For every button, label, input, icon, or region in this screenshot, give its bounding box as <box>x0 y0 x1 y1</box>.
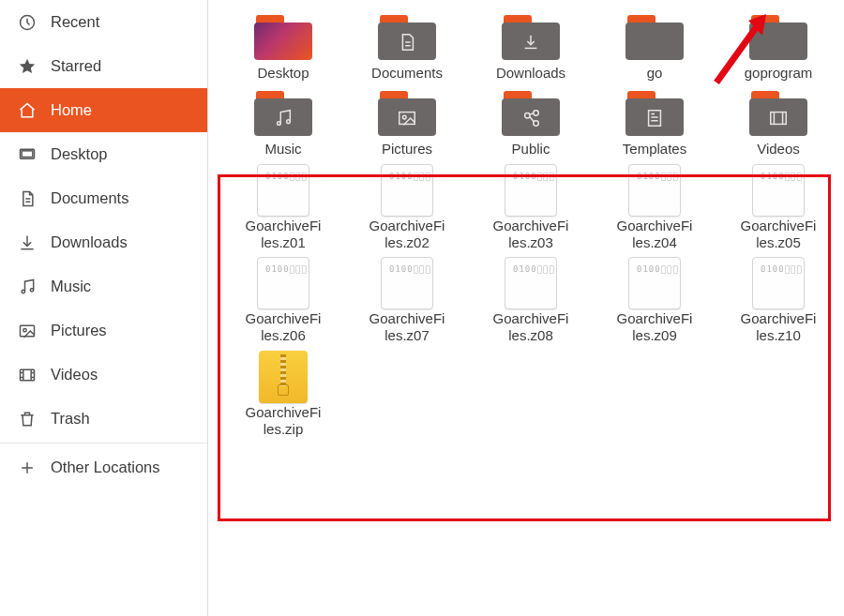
plus-icon <box>17 458 38 478</box>
folder-icon <box>622 87 687 140</box>
item-label: GoarchiveFiles.z04 <box>617 218 693 252</box>
home-icon <box>17 100 38 121</box>
svg-point-13 <box>534 111 539 116</box>
svg-rect-15 <box>649 111 661 127</box>
desktop-icon <box>17 144 38 165</box>
folder-item[interactable]: Documents <box>345 11 469 82</box>
sidebar-item-documents[interactable]: Documents <box>0 176 207 220</box>
file-item[interactable]: GoarchiveFiles.z08 <box>469 257 593 345</box>
sidebar-item-desktop[interactable]: Desktop <box>0 132 207 176</box>
sidebar-item-home[interactable]: Home <box>0 88 207 132</box>
folder-icon <box>746 11 811 64</box>
file-item[interactable]: GoarchiveFiles.z02 <box>345 164 469 252</box>
binary-file-icon <box>257 257 309 309</box>
folder-icon <box>374 87 440 140</box>
svg-point-8 <box>278 122 281 126</box>
binary-file-icon <box>381 164 433 217</box>
sidebar-item-label: Starred <box>51 57 101 75</box>
sidebar-item-label: Desktop <box>51 145 108 163</box>
sidebar: Recent Starred Home Desktop Documents <box>0 0 208 616</box>
item-label: Pictures <box>382 141 432 158</box>
clock-icon <box>17 12 38 33</box>
sidebar-item-label: Pictures <box>51 322 107 339</box>
sidebar-item-starred[interactable]: Starred <box>0 44 207 88</box>
item-label: Public <box>512 141 550 158</box>
folder-icon <box>374 11 440 64</box>
sidebar-item-label: Documents <box>51 189 128 207</box>
sidebar-item-trash[interactable]: Trash <box>0 397 207 441</box>
file-item[interactable]: GoarchiveFiles.z03 <box>469 164 593 252</box>
sidebar-item-label: Downloads <box>51 233 128 251</box>
svg-point-4 <box>30 288 33 291</box>
file-item[interactable]: GoarchiveFiles.z07 <box>345 257 469 345</box>
file-item[interactable]: GoarchiveFiles.zip <box>221 351 345 439</box>
svg-rect-16 <box>771 113 787 125</box>
documents-icon <box>17 188 38 209</box>
binary-file-icon <box>628 164 681 217</box>
folder-item[interactable]: Public <box>469 87 593 158</box>
sidebar-item-label: Home <box>51 101 92 119</box>
folder-icon <box>746 87 811 140</box>
item-label: GoarchiveFiles.z08 <box>493 310 569 345</box>
item-label: Videos <box>757 141 800 158</box>
item-label: Music <box>264 141 301 158</box>
folder-item[interactable]: go <box>593 11 716 82</box>
item-label: GoarchiveFiles.z07 <box>369 310 445 345</box>
folder-item[interactable]: Downloads <box>469 11 593 82</box>
svg-point-3 <box>22 290 24 293</box>
folder-icon <box>250 11 316 64</box>
folder-item[interactable]: Videos <box>716 87 840 158</box>
star-icon <box>17 56 38 77</box>
sidebar-item-downloads[interactable]: Downloads <box>0 220 207 264</box>
svg-point-6 <box>23 328 26 331</box>
folder-icon <box>622 11 687 64</box>
folder-item[interactable]: Desktop <box>221 11 345 82</box>
sidebar-item-recent[interactable]: Recent <box>0 0 207 44</box>
item-label: GoarchiveFiles.z10 <box>741 310 817 345</box>
item-label: GoarchiveFiles.z06 <box>246 310 322 345</box>
svg-rect-2 <box>22 150 33 157</box>
item-label: GoarchiveFiles.zip <box>246 404 322 439</box>
videos-icon <box>17 365 38 385</box>
binary-file-icon <box>257 164 309 217</box>
sidebar-separator <box>0 443 207 443</box>
sidebar-item-label: Trash <box>51 410 90 428</box>
item-label: Templates <box>623 141 686 158</box>
pictures-icon <box>17 321 38 341</box>
item-label: Downloads <box>496 65 565 82</box>
binary-file-icon <box>628 257 681 309</box>
file-item[interactable]: GoarchiveFiles.z09 <box>593 257 716 345</box>
folder-icon <box>498 11 564 64</box>
file-item[interactable]: GoarchiveFiles.z06 <box>221 257 345 345</box>
file-item[interactable]: GoarchiveFiles.z10 <box>716 257 840 345</box>
folder-icon <box>250 87 316 140</box>
item-label: GoarchiveFiles.z01 <box>246 218 322 252</box>
sidebar-item-music[interactable]: Music <box>0 264 207 308</box>
item-label: go <box>647 65 663 82</box>
binary-file-icon <box>752 257 805 309</box>
folder-item[interactable]: Music <box>221 87 345 158</box>
sidebar-item-label: Other Locations <box>51 458 159 476</box>
sidebar-item-label: Videos <box>51 366 98 383</box>
downloads-icon <box>17 233 38 253</box>
file-grid-pane: DesktopDocumentsDownloadsgogoprogramMusi… <box>208 0 844 616</box>
item-label: GoarchiveFiles.z05 <box>741 218 817 252</box>
folder-item[interactable]: goprogram <box>716 11 840 82</box>
sidebar-item-videos[interactable]: Videos <box>0 353 207 397</box>
file-item[interactable]: GoarchiveFiles.z05 <box>716 164 840 252</box>
sidebar-item-label: Music <box>51 278 91 295</box>
binary-file-icon <box>381 257 433 309</box>
folder-item[interactable]: Templates <box>593 87 716 158</box>
folder-item[interactable]: Pictures <box>345 87 469 158</box>
sidebar-item-other-locations[interactable]: Other Locations <box>0 445 207 489</box>
sidebar-item-pictures[interactable]: Pictures <box>0 308 207 353</box>
binary-file-icon <box>752 164 805 217</box>
svg-point-11 <box>402 116 406 120</box>
sidebar-item-label: Recent <box>51 13 99 31</box>
svg-point-12 <box>525 113 531 119</box>
music-icon <box>17 277 38 297</box>
item-label: GoarchiveFiles.z09 <box>617 310 693 345</box>
file-item[interactable]: GoarchiveFiles.z01 <box>221 164 345 252</box>
file-item[interactable]: GoarchiveFiles.z04 <box>593 164 716 252</box>
item-label: GoarchiveFiles.z02 <box>369 218 445 252</box>
